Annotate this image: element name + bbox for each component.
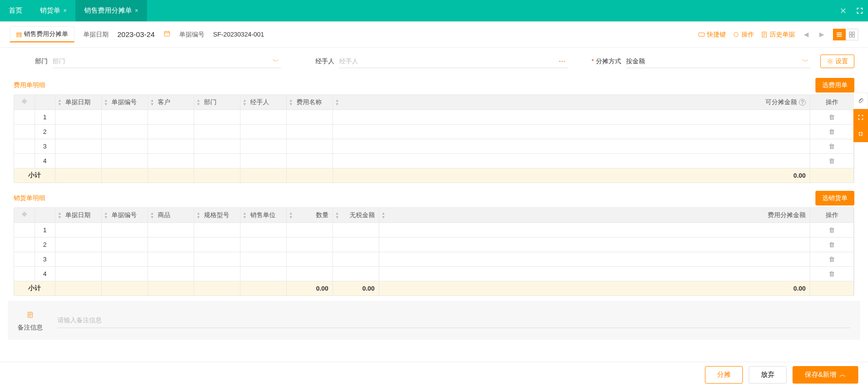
svg-point-10 [23,213,25,215]
view-list-button[interactable] [833,29,846,40]
document-header: ▤ 销售费用分摊单 单据日期 2023-03-24 单据编号 SF-202303… [0,21,868,48]
svg-rect-1 [699,33,704,36]
remarks-label: 备注信息 [18,323,43,332]
doc-number-label: 单据编号 [179,30,204,39]
svg-point-2 [734,32,739,37]
svg-rect-7 [852,35,854,37]
history-button[interactable]: 历史单据 [761,30,795,39]
attachment-button[interactable] [853,92,868,109]
trash-icon[interactable]: 🗑 [829,143,835,150]
collapse-button[interactable] [853,126,868,142]
method-label: *分摊方式 [587,57,626,66]
notes-icon [27,309,34,321]
col-qty[interactable]: ▴▾数量 [286,208,332,222]
col-alloc-amount[interactable]: ▴▾可分摊金额? [332,95,810,110]
chevron-down-icon: ﹀ [273,57,279,66]
calendar-icon[interactable] [164,30,170,38]
doc-number-value: SF-20230324-001 [213,31,264,38]
table-row[interactable]: 4🗑 [14,153,854,168]
chevron-up-icon: ︿ [839,370,846,374]
svg-rect-5 [852,32,854,34]
help-icon[interactable]: ? [799,99,806,106]
gear-icon[interactable] [14,95,35,110]
svg-rect-4 [850,32,851,34]
col-fee-name[interactable]: ▴▾费用名称 [286,95,332,110]
svg-rect-6 [850,35,851,37]
col-num[interactable]: ▴▾单据编号 [101,208,148,222]
allocate-button[interactable]: 分摊 [705,366,743,374]
svg-rect-0 [164,32,169,37]
action-button[interactable]: 操作 [733,30,754,39]
save-and-new-button[interactable]: 保存&新增︿ [793,366,858,374]
col-alloc-amount[interactable]: ▴▾费用分摊金额 [379,208,810,222]
table-row[interactable]: 2🗑 [14,237,854,252]
close-icon[interactable]: × [135,7,138,14]
trash-icon[interactable]: 🗑 [829,256,835,263]
table-row[interactable]: 3🗑 [14,252,854,266]
handler-label: 经手人 [300,57,339,66]
col-spec[interactable]: ▴▾规格型号 [194,208,240,222]
svg-point-9 [23,100,25,102]
close-window-button[interactable] [835,0,851,21]
trash-icon[interactable]: 🗑 [829,113,835,121]
remarks-section: 备注信息 请输入备注信息 [8,301,860,340]
dept-label: 部门 [14,57,53,66]
col-amount[interactable]: ▴▾无税金额 [332,208,379,222]
svg-point-8 [829,60,831,62]
sales-table: ▴▾单据日期 ▴▾单据编号 ▴▾商品 ▴▾规格型号 ▴▾销售单位 ▴▾数量 ▴▾… [14,207,854,296]
trash-icon[interactable]: 🗑 [829,128,835,135]
expand-button[interactable] [853,109,868,126]
view-grid-button[interactable] [846,29,858,40]
subtotal-row: 小计0.000.000.00 [14,281,854,295]
trash-icon[interactable]: 🗑 [829,270,835,277]
col-num[interactable]: ▴▾单据编号 [101,95,148,110]
handler-select[interactable]: 经手人 ··· [339,55,568,68]
col-unit[interactable]: ▴▾销售单位 [240,208,286,222]
subtotal-row: 小计0.00 [14,168,854,183]
document-icon: ▤ [16,31,22,38]
expense-section-title: 费用单明细 [14,81,45,90]
table-row[interactable]: 1🗑 [14,110,854,124]
method-select[interactable]: 按金额 ﹀ [626,55,811,68]
more-icon: ··· [559,57,566,65]
table-row[interactable]: 1🗑 [14,222,854,237]
col-handler[interactable]: ▴▾经手人 [240,95,286,110]
col-date[interactable]: ▴▾单据日期 [55,95,101,110]
col-action: 操作 [810,208,854,222]
chevron-down-icon: ﹀ [802,57,809,66]
close-icon[interactable]: × [63,7,67,14]
shortcut-button[interactable]: 快捷键 [698,30,726,39]
document-type-tab[interactable]: ▤ 销售费用分摊单 [10,26,74,42]
date-value[interactable]: 2023-03-24 [117,30,155,38]
col-customer[interactable]: ▴▾客户 [148,95,194,110]
col-product[interactable]: ▴▾商品 [148,208,194,222]
tab-sales-expense-alloc[interactable]: 销售费用分摊单× [75,0,147,21]
col-dept[interactable]: ▴▾部门 [194,95,240,110]
footer-bar: 分摊 放弃 保存&新增︿ [0,362,868,374]
table-row[interactable]: 2🗑 [14,124,854,139]
side-tools [853,92,868,142]
remarks-input[interactable]: 请输入备注信息 [57,313,850,328]
settings-button[interactable]: 设置 [820,55,854,68]
tab-sales-order[interactable]: 销货单× [31,0,75,21]
gear-icon[interactable] [14,208,35,222]
sales-section-title: 销货单明细 [14,194,45,203]
abandon-button[interactable]: 放弃 [749,366,787,374]
expense-table: ▴▾单据日期 ▴▾单据编号 ▴▾客户 ▴▾部门 ▴▾经手人 ▴▾费用名称 ▴▾可… [14,94,854,183]
trash-icon[interactable]: 🗑 [829,157,835,165]
form-row: 部门 部门 ﹀ 经手人 经手人 ··· *分摊方式 按金额 ﹀ 设置 [0,48,868,75]
prev-arrow-icon[interactable]: ◀ [802,31,811,38]
fullscreen-button[interactable] [851,0,868,21]
tab-home[interactable]: 首页 [0,0,31,21]
col-date[interactable]: ▴▾单据日期 [55,208,101,222]
col-action: 操作 [810,95,854,110]
next-arrow-icon[interactable]: ▶ [817,31,826,38]
table-row[interactable]: 4🗑 [14,266,854,281]
select-sales-button[interactable]: 选销货单 [815,191,854,205]
table-row[interactable]: 3🗑 [14,139,854,153]
top-tab-bar: 首页 销货单× 销售费用分摊单× [0,0,868,21]
dept-select[interactable]: 部门 ﹀ [53,55,281,68]
select-expense-button[interactable]: 选费用单 [815,78,854,92]
trash-icon[interactable]: 🗑 [829,241,835,248]
trash-icon[interactable]: 🗑 [829,226,835,234]
